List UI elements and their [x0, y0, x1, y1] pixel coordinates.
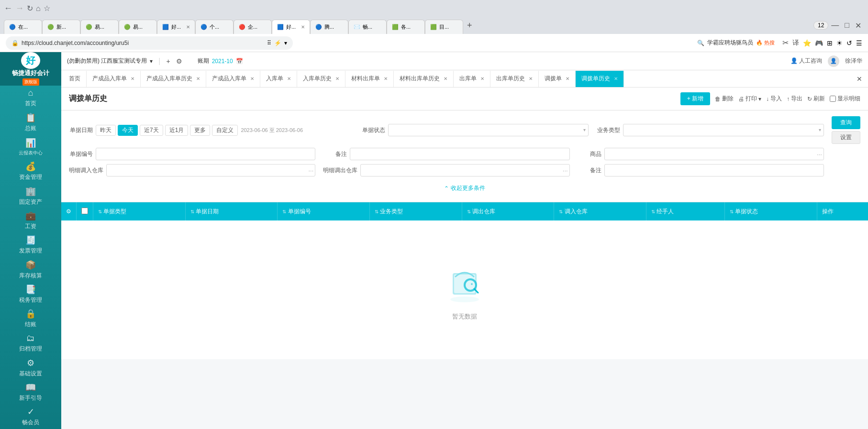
nav-tab-close[interactable]: ✕: [480, 76, 484, 81]
sidebar-item-ledger[interactable]: 📋 总账: [0, 110, 61, 134]
export-btn[interactable]: ↑ 导出: [787, 95, 802, 103]
browser-reload-btn[interactable]: ↻: [27, 4, 33, 13]
show-cols-checkbox[interactable]: 显示明细: [830, 95, 860, 103]
nav-tab-material-out[interactable]: 材料出库单 ✕: [345, 71, 394, 87]
detail-in-input[interactable]: [106, 164, 315, 176]
delete-btn[interactable]: 🗑 删除: [715, 95, 734, 103]
th-settings[interactable]: ⚙: [61, 202, 77, 220]
scissors-icon[interactable]: ✂: [782, 38, 789, 47]
sidebar-item-reports[interactable]: 📊 云报表中心: [0, 135, 61, 159]
grid-icon[interactable]: ⊞: [827, 39, 833, 47]
browser-star-btn[interactable]: ☆: [44, 4, 50, 13]
detail-out-picker-btn[interactable]: ···: [563, 167, 568, 174]
nav-tab-close[interactable]: ✕: [614, 76, 618, 81]
menu-icon[interactable]: ☰: [856, 39, 862, 47]
tab-count-badge[interactable]: 12: [813, 21, 828, 30]
import-btn[interactable]: ↓ 导入: [766, 95, 782, 103]
th-checkbox[interactable]: [77, 202, 93, 220]
browser-tab[interactable]: ✉️ 畅...: [348, 20, 387, 34]
browser-tab[interactable]: 🟢 易...: [119, 20, 157, 34]
sidebar-item-tax[interactable]: 📑 税务管理: [0, 282, 61, 306]
nav-tab-close[interactable]: ✕: [287, 76, 291, 81]
sidebar-item-invoice[interactable]: 🧾 发票管理: [0, 233, 61, 257]
select-all-checkbox[interactable]: [81, 208, 88, 214]
th-out-warehouse[interactable]: ⇅ 调出仓库: [462, 202, 554, 220]
nav-tab-transfer-history[interactable]: 调拨单历史 ✕: [576, 71, 624, 87]
browser-back-btn[interactable]: ←: [4, 3, 12, 13]
star2-icon[interactable]: ⭐: [803, 39, 811, 47]
tab-close-btn[interactable]: ✕: [301, 24, 305, 30]
close-all-tabs-btn[interactable]: ✕: [853, 75, 866, 83]
refresh-btn[interactable]: ↻ 刷新: [807, 95, 825, 103]
new-tab-btn[interactable]: +: [463, 21, 476, 31]
order-no-input[interactable]: [96, 148, 315, 160]
period-selector[interactable]: 账期 2021-10 📅: [198, 57, 243, 65]
topbar-add-btn[interactable]: +: [166, 57, 170, 65]
nav-tab-close[interactable]: ✕: [566, 76, 569, 81]
collapse-conditions-btn[interactable]: ⌃ 收起更多条件: [69, 180, 860, 196]
url-box[interactable]: 🔒 https://cloud.chanjet.com/accounting/u…: [6, 36, 293, 50]
detail-in-picker-btn[interactable]: ···: [308, 167, 313, 174]
browser-tab[interactable]: 🟢 新...: [42, 20, 80, 34]
sidebar-item-fixed-assets[interactable]: 🏢 固定资产: [0, 184, 61, 208]
th-handler[interactable]: ⇅ 经手人: [646, 202, 725, 220]
browser-tab[interactable]: 🟩 各...: [387, 20, 425, 34]
sidebar-item-closing[interactable]: 🔒 结账: [0, 307, 61, 331]
goods-picker-btn[interactable]: ···: [817, 151, 822, 158]
browser-tab[interactable]: 🟢 易...: [80, 20, 119, 34]
th-in-warehouse[interactable]: ⇅ 调入仓库: [554, 202, 646, 220]
browser-tab[interactable]: 🔵 腾...: [310, 20, 348, 34]
undo-icon[interactable]: ↺: [846, 39, 852, 47]
nav-tab-close[interactable]: ✕: [335, 76, 339, 81]
browser-forward-btn[interactable]: →: [15, 3, 24, 13]
minimize-btn[interactable]: —: [828, 21, 842, 30]
nav-tab-material-out-history[interactable]: 材料出库单历史 ✕: [394, 71, 454, 87]
nav-tab-home[interactable]: 首页: [63, 71, 87, 87]
status-select[interactable]: ▾: [388, 124, 589, 136]
sidebar-item-settings[interactable]: ⚙ 基础设置: [0, 355, 61, 380]
browser-tab[interactable]: 🔴 企...: [234, 20, 272, 34]
nav-tab-in-order[interactable]: 入库单 ✕: [260, 71, 297, 87]
sidebar-item-home[interactable]: ⌂ 首页: [0, 86, 61, 110]
close-window-btn[interactable]: ✕: [852, 21, 864, 30]
nav-tab-close[interactable]: ✕: [250, 76, 254, 81]
show-cols-input[interactable]: [830, 96, 836, 102]
date-btn-more[interactable]: 更多: [190, 125, 210, 136]
settings-filter-btn[interactable]: 设置: [832, 131, 860, 144]
nav-tab-product-in[interactable]: 产成品入库单 ✕: [87, 71, 141, 87]
nav-tab-product-in2[interactable]: 产成品入库单 ✕: [206, 71, 260, 87]
browser-tab[interactable]: 🟩 目...: [425, 20, 463, 34]
date-btn-today[interactable]: 今天: [118, 125, 138, 136]
nav-tab-close[interactable]: ✕: [444, 76, 447, 81]
nav-tab-out-history[interactable]: 出库单历史 ✕: [490, 71, 539, 87]
nav-tab-out-order[interactable]: 出库单 ✕: [454, 71, 490, 87]
date-btn-1month[interactable]: 近1月: [165, 125, 189, 136]
browser-tab[interactable]: 🔵 在...: [4, 20, 42, 34]
th-doc-date[interactable]: ⇅ 单据日期: [185, 202, 278, 220]
sidebar-item-member[interactable]: ✓ 畅会员: [0, 405, 61, 429]
nav-tab-transfer[interactable]: 调拨单 ✕: [539, 71, 576, 87]
remark-input[interactable]: [350, 148, 569, 160]
nav-tab-product-in-history[interactable]: 产成品入库单历史 ✕: [141, 71, 206, 87]
browser-home-btn[interactable]: ⌂: [36, 4, 41, 13]
nav-tab-in-history[interactable]: 入库单历史 ✕: [297, 71, 345, 87]
goods-input[interactable]: [604, 148, 824, 160]
th-doc-type[interactable]: ⇅ 单据类型: [93, 202, 186, 220]
browser-tab[interactable]: 🔵 个...: [195, 20, 234, 34]
detail-out-input[interactable]: [360, 164, 569, 176]
th-status[interactable]: ⇅ 单据状态: [725, 202, 817, 220]
sidebar-item-payroll[interactable]: 💼 工资: [0, 208, 61, 232]
print-btn[interactable]: 🖨 打印 ▾: [738, 95, 761, 103]
game-icon[interactable]: 🎮: [815, 39, 823, 47]
nav-tab-close[interactable]: ✕: [131, 76, 134, 81]
new-btn[interactable]: + 新增: [680, 92, 710, 105]
company-selector[interactable]: (勿删勿禁用) 江西服宝测试专用 ▾: [67, 57, 153, 65]
topbar-settings-btn[interactable]: ⚙: [176, 57, 182, 65]
date-btn-yesterday[interactable]: 昨天: [96, 125, 116, 136]
th-doc-no[interactable]: ⇅ 单据编号: [278, 202, 370, 220]
remark2-input[interactable]: [604, 164, 824, 176]
maximize-btn[interactable]: □: [842, 21, 852, 30]
nav-tab-close[interactable]: ✕: [196, 76, 200, 81]
service-link[interactable]: 👤 人工咨询: [790, 57, 822, 65]
query-btn[interactable]: 查询: [832, 116, 860, 129]
